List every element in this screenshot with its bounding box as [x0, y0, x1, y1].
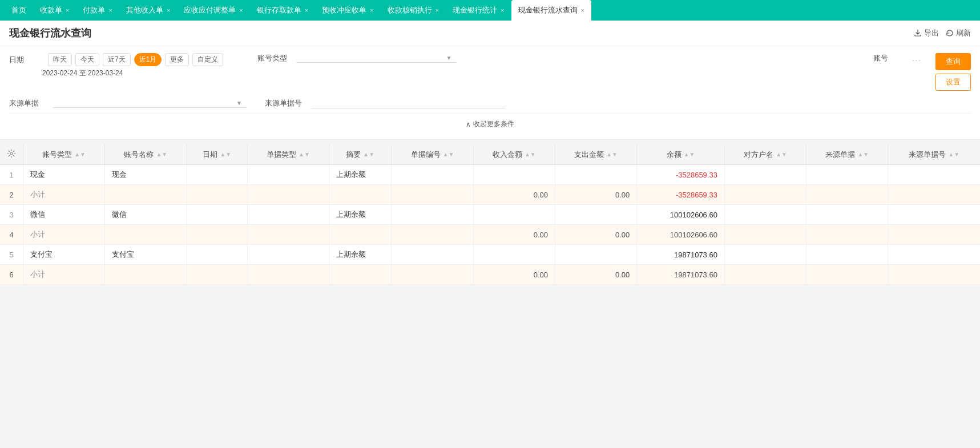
source-doc-no-label: 来源单据号 [265, 98, 302, 108]
cell-doc-type [247, 205, 329, 225]
cell-account-type: 现金 [23, 165, 105, 185]
source-doc-select[interactable]: ▼ [53, 99, 247, 108]
query-button[interactable]: 查询 [935, 53, 971, 70]
sort-icon[interactable]: ▲▼ [857, 153, 869, 156]
th-summary: 摘要▲▼ [329, 144, 392, 165]
cell-source-doc-no [888, 165, 980, 185]
sort-icon[interactable]: ▲▼ [684, 153, 695, 156]
nav-adjustment[interactable]: 应收应付调整单 × [177, 0, 249, 21]
close-icon[interactable]: × [501, 7, 504, 14]
th-income: 收入金额▲▼ [473, 144, 555, 165]
cell-expense: 0.00 [555, 185, 636, 205]
row-number: 6 [0, 265, 23, 285]
collapse-button[interactable]: ∧ 收起更多条件 [466, 117, 514, 131]
cell-expense: 0.00 [555, 225, 636, 245]
cell-account-type: 小计 [23, 265, 105, 285]
nav-other-income[interactable]: 其他收入单 × [119, 0, 177, 21]
nav-payment[interactable]: 付款单 × [76, 0, 119, 21]
nav-cash-stats[interactable]: 现金银行统计 × [446, 0, 511, 21]
chevron-down-icon: ▼ [236, 100, 242, 106]
cell-expense [555, 205, 636, 225]
account-type-label: 账号类型 [257, 53, 292, 63]
sort-icon[interactable]: ▲▼ [525, 153, 536, 156]
cell-income: 0.00 [473, 225, 555, 245]
close-icon[interactable]: × [435, 7, 439, 14]
source-doc-no-input[interactable] [311, 98, 505, 108]
sort-icon[interactable]: ▲▼ [948, 153, 959, 156]
cell-income [473, 205, 555, 225]
date-btn-7days[interactable]: 近7天 [103, 53, 131, 66]
settings-button[interactable]: 设置 [935, 74, 971, 91]
cell-date [187, 265, 247, 285]
data-table-container: 账号类型▲▼ 账号名称▲▼ 日期▲▼ 单据类型▲▼ 摘要▲▼ 单据编号▲▼ [0, 144, 980, 285]
date-btn-more[interactable]: 更多 [165, 53, 189, 66]
nav-receipt[interactable]: 收款单 × [33, 0, 76, 21]
account-more-icon[interactable]: ... [912, 54, 922, 63]
cell-summary: 上期余额 [329, 165, 392, 185]
account-type-select[interactable]: ▼ [296, 54, 456, 63]
sort-icon[interactable]: ▲▼ [776, 153, 787, 156]
date-filter-group: 日期 昨天 今天 近7天 近1月 更多 自定义 2023-02-24 至 202… [9, 53, 223, 78]
settings-icon[interactable] [7, 149, 16, 158]
nav-cash-flow[interactable]: 现金银行流水查询 × [511, 0, 591, 21]
cell-expense [555, 165, 636, 185]
refresh-button[interactable]: 刷新 [946, 28, 971, 38]
sort-icon[interactable]: ▲▼ [299, 153, 310, 156]
nav-bank-deposit[interactable]: 银行存取款单 × [250, 0, 315, 21]
sort-icon[interactable]: ▲▼ [74, 153, 86, 156]
sort-icon[interactable]: ▲▼ [220, 153, 231, 156]
nav-advance[interactable]: 预收冲应收单 × [315, 0, 380, 21]
close-icon[interactable]: × [239, 7, 243, 14]
row-number: 2 [0, 185, 23, 205]
chevron-down-icon: ▼ [446, 55, 451, 61]
cell-source-doc [806, 205, 888, 225]
source-doc-filter-row: 来源单据 ▼ 来源单据号 [9, 98, 971, 108]
svg-point-0 [10, 152, 13, 155]
cell-source-doc [806, 185, 888, 205]
cell-summary: 上期余额 [329, 205, 392, 225]
table-row: 3 微信 微信 上期余额 100102606.60 [0, 205, 980, 225]
close-icon[interactable]: × [167, 7, 170, 14]
cell-source-doc-no [888, 185, 980, 205]
cell-counterparty [724, 265, 806, 285]
cell-balance: -3528659.33 [637, 185, 725, 205]
date-btn-1month[interactable]: 近1月 [134, 53, 162, 66]
sort-icon[interactable]: ▲▼ [363, 153, 374, 156]
cell-summary [329, 225, 392, 245]
close-icon[interactable]: × [370, 7, 373, 14]
date-btn-custom[interactable]: 自定义 [192, 53, 223, 66]
nav-home[interactable]: 首页 [5, 0, 33, 21]
cell-doc-type [247, 245, 329, 265]
cell-doc-type [247, 265, 329, 285]
export-button[interactable]: 导出 [914, 28, 939, 38]
close-icon[interactable]: × [581, 7, 584, 14]
date-btn-yesterday[interactable]: 昨天 [48, 53, 72, 66]
cell-account-name: 微信 [105, 205, 187, 225]
cell-account-type: 支付宝 [23, 245, 105, 265]
cell-source-doc [806, 265, 888, 285]
nav-collection[interactable]: 收款核销执行 × [381, 0, 446, 21]
cell-account-name [105, 265, 187, 285]
cell-doc-no [392, 265, 473, 285]
table-row: 5 支付宝 支付宝 上期余额 19871073.60 [0, 245, 980, 265]
cell-source-doc-no [888, 265, 980, 285]
th-doc-type: 单据类型▲▼ [247, 144, 329, 165]
cell-balance: 19871073.60 [637, 245, 725, 265]
th-settings [0, 144, 23, 165]
cell-date [187, 185, 247, 205]
cell-account-type: 小计 [23, 185, 105, 205]
close-icon[interactable]: × [108, 7, 112, 14]
sort-icon[interactable]: ▲▼ [156, 153, 167, 156]
cell-income: 0.00 [473, 265, 555, 285]
cell-summary: 上期余额 [329, 245, 392, 265]
close-icon[interactable]: × [66, 7, 69, 14]
sort-icon[interactable]: ▲▼ [443, 153, 454, 156]
date-btn-today[interactable]: 今天 [75, 53, 99, 66]
cell-account-name: 现金 [105, 165, 187, 185]
cell-source-doc [806, 245, 888, 265]
row-number: 4 [0, 225, 23, 245]
cell-doc-no [392, 205, 473, 225]
cell-counterparty [724, 225, 806, 245]
close-icon[interactable]: × [305, 7, 308, 14]
sort-icon[interactable]: ▲▼ [606, 153, 618, 156]
